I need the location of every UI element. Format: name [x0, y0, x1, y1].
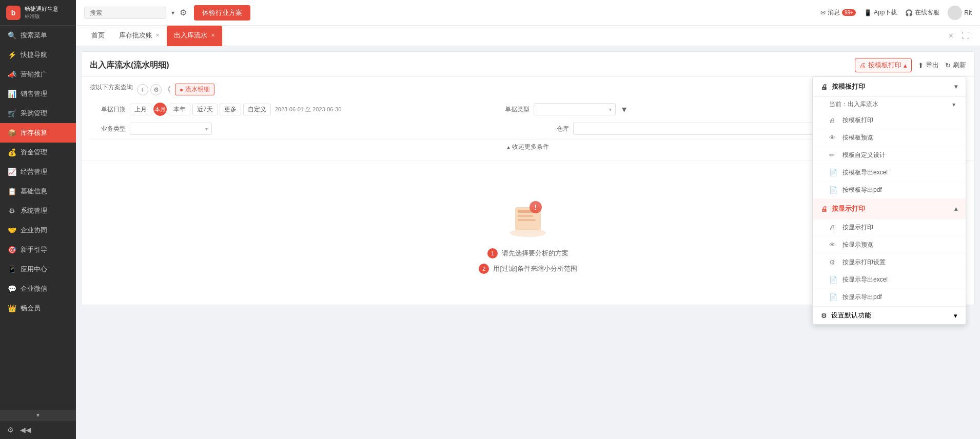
preview-display-icon: 👁 [829, 241, 837, 249]
dropdown-template-print-label: 按模板打印 [832, 82, 865, 91]
sidebar-item-finance[interactable]: 💰 资金管理 [0, 143, 76, 162]
export-btn[interactable]: ⬆ 导出 [918, 61, 939, 70]
date-btn-last-month[interactable]: 上月 [130, 104, 151, 115]
topbar-message[interactable]: ✉ 消息 99+ [820, 8, 856, 17]
topbar-gear-icon[interactable]: ⚙ [180, 8, 187, 17]
chevron-down-icon: ▾ [954, 83, 957, 90]
sidebar-item-sales[interactable]: 📊 销售管理 [0, 84, 76, 104]
print-display-icon: 🖨 [829, 224, 837, 231]
search-icon: 🔍 [7, 31, 16, 39]
tab-maximize-icon[interactable]: ⛶ [959, 30, 972, 42]
dropdown-template-excel-item[interactable]: 📄 按模板导出excel [813, 164, 966, 182]
add-filter-btn[interactable]: + [137, 84, 148, 95]
tab-inout-close-icon[interactable]: × [211, 32, 215, 39]
sidebar-item-label: 新手引导 [21, 245, 47, 254]
business-type-select[interactable] [130, 123, 212, 135]
date-btn-custom[interactable]: 自定义 [243, 104, 271, 115]
topbar-app-download[interactable]: 📱 App下载 [864, 8, 897, 17]
trial-btn[interactable]: 体验行业方案 [194, 5, 250, 21]
topbar-online-service[interactable]: 🎧 在线客服 [905, 8, 939, 17]
pencil-icon: ✏ [829, 151, 837, 159]
dropdown-display-print-label: 按显示打印 [832, 204, 865, 213]
dropdown-display-preview-item[interactable]: 👁 按显示预览 [813, 236, 966, 254]
sidebar-item-quick-nav[interactable]: ⚡ 快捷导航 [0, 45, 76, 65]
date-btn-current-month[interactable]: 本月 [153, 103, 167, 116]
dropdown-display-print-item[interactable]: 🖨 按显示打印 [813, 219, 966, 236]
topbar-user[interactable]: Rit [948, 6, 972, 20]
dropdown-display-print-header[interactable]: 🖨 按显示打印 ▴ [813, 199, 966, 219]
template-print-btn[interactable]: 🖨 按模板打印 ▴ [855, 58, 912, 72]
settings-display-icon: ⚙ [829, 258, 837, 266]
sidebar-item-inventory[interactable]: 📦 库存核算 [0, 123, 76, 143]
app-icon: 📱 [864, 9, 872, 16]
display-preview-label: 按显示预览 [842, 241, 873, 249]
sidebar-scroll-down[interactable]: ▼ [0, 410, 76, 420]
topbar-search-input[interactable] [84, 7, 166, 19]
app-download-label: App下载 [874, 8, 897, 17]
logo-icon: b [6, 6, 21, 20]
dropdown-template-print-item[interactable]: 🖨 按模板打印 [813, 112, 966, 129]
pdf-display-icon: 📄 [829, 293, 837, 301]
sidebar-item-operation[interactable]: 📈 经营管理 [0, 162, 76, 182]
sidebar-item-system[interactable]: ⚙ 系统管理 [0, 201, 76, 221]
tab-inout-label: 出入库流水 [174, 31, 207, 40]
set-default-icon: ⚙ [821, 312, 827, 320]
sidebar-item-enterprise[interactable]: 🤝 企业协同 [0, 221, 76, 240]
refresh-btn[interactable]: ↻ 刷新 [945, 61, 966, 70]
search-actions: + ⚙ 《 [137, 84, 171, 95]
tab-batch-close-icon[interactable]: × [155, 31, 160, 39]
template-print-item-label: 按模板打印 [842, 116, 873, 125]
dropdown-display-print-settings-item[interactable]: ⚙ 按显示打印设置 [813, 254, 966, 271]
svg-text:!: ! [535, 203, 537, 211]
dropdown-template-pdf-item[interactable]: 📄 按模板导出pdf [813, 182, 966, 199]
step-1-text: 请先选择要分析的方案 [502, 249, 569, 258]
display-print-settings-label: 按显示打印设置 [842, 258, 886, 267]
sidebar-item-label: 搜索菜单 [21, 31, 47, 40]
dropdown-display-printer-icon: 🖨 [821, 205, 828, 213]
sidebar-item-search-menu[interactable]: 🔍 搜索菜单 [0, 26, 76, 45]
tab-inout-flow[interactable]: 出入库流水 × [167, 26, 222, 46]
dropdown-template-custom-item[interactable]: ✏ 模板自定义设计 [813, 147, 966, 164]
refresh-label: 刷新 [953, 61, 966, 70]
sidebar-item-marketing[interactable]: 📣 营销推广 [0, 65, 76, 84]
date-btn-more[interactable]: 更多 [220, 104, 241, 115]
tab-close-window-icon[interactable]: × [947, 30, 955, 42]
sidebar-settings-icon[interactable]: ⚙ [7, 426, 14, 434]
sidebar-item-wechat[interactable]: 💬 企业微信 [0, 279, 76, 298]
sidebar-item-vip[interactable]: 👑 畅会员 [0, 298, 76, 318]
dropdown-display-pdf-item[interactable]: 📄 按显示导出pdf [813, 289, 966, 306]
filter-settings-btn[interactable]: ⚙ [150, 84, 162, 95]
dropdown-template-preview-item[interactable]: 👁 按模板预览 [813, 129, 966, 147]
date-btn-current-year[interactable]: 本年 [169, 104, 190, 115]
mobile-icon: 📱 [7, 265, 16, 273]
sidebar-item-label: 库存核算 [21, 128, 47, 137]
sidebar-collapse-icon[interactable]: ◀◀ [20, 426, 31, 434]
doc-type-select[interactable] [534, 103, 616, 115]
date-btn-last-7days[interactable]: 近7天 [192, 104, 218, 115]
dropdown-display-excel-item[interactable]: 📄 按显示导出excel [813, 271, 966, 289]
dropdown-set-default[interactable]: ⚙ 设置默认功能 ▾ [813, 306, 966, 324]
page-body: 出入库流水(流水明细) 🖨 按模板打印 ▴ ⬆ 导出 ↻ 刷新 [76, 46, 980, 439]
sidebar-item-app-center[interactable]: 📱 应用中心 [0, 260, 76, 279]
flow-detail-label: 流水明细 [185, 85, 210, 94]
sidebar-item-label: 销售管理 [21, 89, 47, 98]
date-label: 单据日期 [90, 105, 126, 114]
date-btn-group: 上月 本月 本年 近7天 更多 自定义 [130, 103, 271, 116]
filter-collapse-btn[interactable]: 《 [164, 85, 171, 94]
dropdown-template-print-header[interactable]: 🖨 按模板打印 ▾ [813, 77, 966, 97]
warehouse-label: 仓库 [533, 125, 569, 133]
logo-name: 畅捷通好生意 [25, 5, 58, 12]
sidebar-item-basic-info[interactable]: 📋 基础信息 [0, 182, 76, 201]
user-avatar [948, 6, 962, 20]
chat-icon: 💬 [7, 285, 16, 293]
topbar-search-dropdown[interactable]: ▾ [171, 9, 174, 16]
message-badge: 99+ [842, 9, 856, 16]
doc-type-more-btn[interactable]: ▾ [620, 104, 629, 115]
set-default-chevron-icon: ▾ [954, 312, 957, 320]
doc-type-select-wrapper [534, 103, 616, 115]
sidebar-item-purchase[interactable]: 🛒 采购管理 [0, 104, 76, 123]
tab-home[interactable]: 首页 [84, 26, 112, 46]
tab-batch-account[interactable]: 库存批次账 × [112, 26, 167, 46]
sidebar-item-newbie[interactable]: 🎯 新手引导 [0, 240, 76, 260]
template-print-label: 按模板打印 [868, 61, 901, 70]
